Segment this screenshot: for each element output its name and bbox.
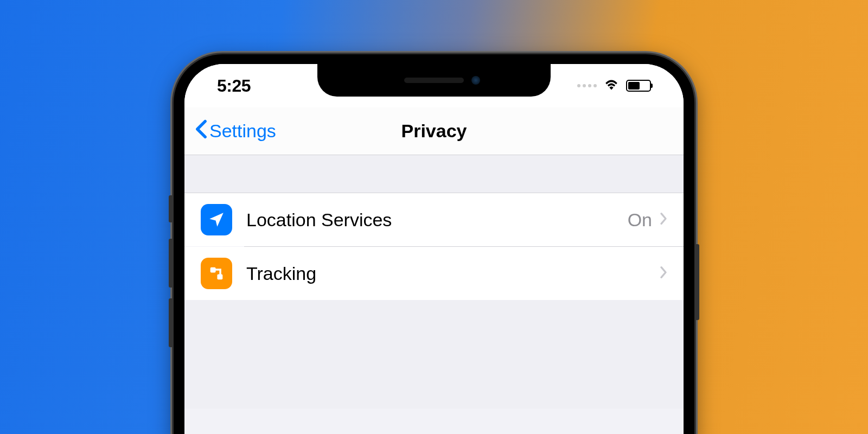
back-label: Settings [209,120,276,142]
volume-down-button [169,298,172,347]
row-tracking[interactable]: Tracking [184,247,684,300]
navigation-bar: Settings Privacy [184,107,684,155]
section-spacer [184,300,684,409]
speaker-grille [404,78,464,83]
row-value: On [628,209,652,231]
section-spacer [184,155,684,193]
page-title: Privacy [401,120,467,142]
row-label: Tracking [246,263,652,284]
wifi-icon [603,78,620,93]
status-time: 5:25 [217,76,251,96]
row-label: Location Services [246,209,628,231]
chevron-left-icon [195,119,207,143]
battery-icon [626,80,651,92]
notch [317,64,551,97]
recording-indicator-dots [577,84,597,87]
chevron-right-icon [660,266,667,281]
chevron-right-icon [660,212,667,227]
front-camera [471,76,480,85]
volume-up-button [169,239,172,288]
screen: 5:25 [184,64,684,434]
phone-mockup: 5:25 [174,54,694,434]
status-right [577,78,651,93]
phone-frame: 5:25 [174,54,694,434]
back-button[interactable]: Settings [195,119,276,143]
row-location-services[interactable]: Location Services On [184,193,684,246]
power-button [696,244,699,320]
tracking-icon [201,258,232,289]
location-arrow-icon [201,204,232,235]
mute-switch [169,195,172,222]
